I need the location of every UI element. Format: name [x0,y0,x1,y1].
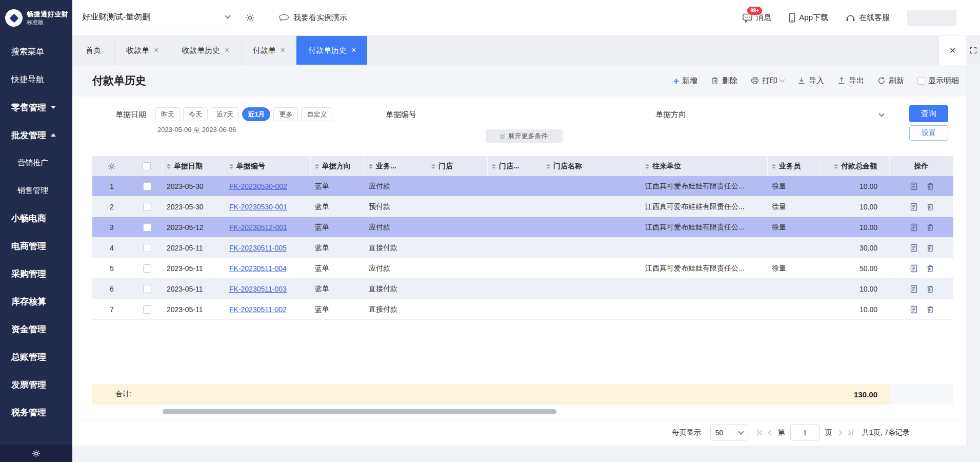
sort-icon[interactable] [492,164,496,169]
sidebar-settings-button[interactable] [0,445,72,462]
sort-icon[interactable] [369,164,373,169]
print-button[interactable]: 打印 [751,76,784,86]
quick-filter-1month[interactable]: 近1月 [242,107,270,121]
sidebar-item-marketing[interactable]: 营销推广 [0,149,72,177]
sidebar-item-retail[interactable]: 零售管理 [0,93,72,121]
doc-no-link[interactable]: FK-20230530-002 [229,182,287,190]
col-header-doc-no[interactable]: 单据编号 [225,156,311,176]
search-button[interactable]: 查询 [909,105,948,122]
delete-row-icon[interactable] [926,203,934,211]
column-settings-button[interactable] [92,156,131,176]
direction-select[interactable] [694,109,888,125]
col-header-date[interactable]: 单据日期 [163,156,225,176]
sort-icon[interactable] [431,164,436,169]
sort-icon[interactable] [645,164,650,169]
doc-no-link[interactable]: FK-20230511-005 [229,244,287,252]
sort-icon[interactable] [546,164,551,169]
settings-button[interactable]: 设置 [909,125,948,141]
company-selector[interactable]: 好业财测试-量勿删 [80,8,234,28]
doc-no-link[interactable]: FK-20230511-002 [229,305,287,314]
delete-row-icon[interactable] [926,244,934,252]
demo-link[interactable]: 我要看实例演示 [278,13,347,23]
checkbox-icon[interactable] [917,77,925,85]
import-button[interactable]: 导入 [797,76,824,86]
col-header-store-name[interactable]: 门店名称 [542,156,641,176]
table-row[interactable]: 4 2023-05-11 FK-20230511-005 蓝单 直接付款 30.… [92,238,953,258]
sidebar-item-quick-nav[interactable]: 快捷导航 [0,66,72,93]
next-page-button[interactable] [837,431,842,435]
sidebar-item-search-menu[interactable]: 搜索菜单 [0,38,72,66]
table-row[interactable]: 6 2023-05-11 FK-20230511-003 蓝单 直接付款 10.… [92,279,953,299]
delete-row-icon[interactable] [926,305,934,314]
per-page-select[interactable]: 50 [710,425,748,440]
tab-receipt-history[interactable]: 收款单历史× [170,36,241,65]
delete-row-icon[interactable] [926,264,934,273]
col-header-direction[interactable]: 单据方向 [311,156,365,176]
sidebar-item-purchase[interactable]: 采购管理 [0,260,72,287]
first-page-button[interactable] [757,430,764,436]
close-icon[interactable]: × [154,46,158,54]
horizontal-scrollbar-thumb[interactable] [163,409,556,414]
close-icon[interactable]: × [281,46,285,54]
view-detail-icon[interactable] [910,285,918,293]
sidebar-item-xiaochang-ecommerce[interactable]: 小畅电商 [0,204,72,232]
sidebar-item-ledger[interactable]: 总账管理 [0,343,72,371]
col-header-biz-type[interactable]: 业务... [365,156,427,176]
show-detail-toggle[interactable]: 显示明细 [917,76,959,86]
col-header-store2[interactable]: 门店... [488,156,542,176]
sidebar-item-inventory[interactable]: 库存核算 [0,287,72,315]
col-header-store[interactable]: 门店 [427,156,488,176]
view-detail-icon[interactable] [910,203,918,211]
row-checkbox[interactable] [143,244,151,252]
fullscreen-icon[interactable] [966,36,980,65]
app-download-button[interactable]: App下载 [789,13,828,23]
quick-filter-custom[interactable]: 自定义 [301,107,332,121]
row-checkbox[interactable] [143,264,151,273]
expand-more-conditions-button[interactable]: 展开更多条件 [486,129,563,143]
doc-no-link[interactable]: FK-20230530-001 [229,203,287,211]
topbar-settings-button[interactable] [245,13,255,23]
sidebar-item-tax[interactable]: 税务管理 [0,398,72,426]
col-header-amount[interactable]: 付款总金额 [819,156,890,176]
sort-icon[interactable] [315,164,319,169]
table-row[interactable]: 1 2023-05-30 FK-20230530-002 蓝单 应付款 江西真可… [92,176,953,197]
delete-row-icon[interactable] [926,223,934,232]
refresh-button[interactable]: 刷新 [877,76,904,86]
add-button[interactable]: +新增 [673,76,697,86]
sort-icon[interactable] [834,164,838,169]
doc-no-link[interactable]: FK-20230511-003 [229,285,287,293]
view-detail-icon[interactable] [910,305,918,314]
tab-payment[interactable]: 付款单× [241,36,296,65]
quick-filter-more[interactable]: 更多 [273,107,298,121]
row-checkbox[interactable] [143,223,151,232]
tab-home[interactable]: 首页 [72,36,114,65]
sidebar-item-invoice[interactable]: 发票管理 [0,371,72,398]
sidebar-item-sales-mgmt[interactable]: 销售管理 [0,177,72,204]
online-support-button[interactable]: 在线客服 [846,13,890,23]
view-detail-icon[interactable] [910,244,918,252]
view-detail-icon[interactable] [910,223,918,232]
last-page-button[interactable] [847,430,853,436]
col-header-partner[interactable]: 往来单位 [641,156,768,176]
table-row[interactable]: 5 2023-05-11 FK-20230511-004 蓝单 应付款 江西真可… [92,258,953,279]
doc-no-input[interactable] [425,109,628,125]
sort-icon[interactable] [772,164,776,169]
doc-no-link[interactable]: FK-20230512-001 [229,223,287,232]
row-checkbox[interactable] [143,182,151,190]
table-row[interactable]: 3 2023-05-12 FK-20230512-001 蓝单 应付款 江西真可… [92,217,953,238]
view-detail-icon[interactable] [910,182,918,190]
doc-no-link[interactable]: FK-20230511-004 [229,264,287,273]
tab-payment-history[interactable]: 付款单历史× [296,36,367,65]
view-detail-icon[interactable] [910,264,918,273]
page-number-input[interactable] [790,425,820,440]
row-checkbox[interactable] [143,285,151,293]
col-header-salesman[interactable]: 业务员 [768,156,819,176]
sidebar-item-funds[interactable]: 资金管理 [0,315,72,343]
select-all-checkbox[interactable] [143,162,151,170]
user-name-redacted[interactable] [907,10,956,26]
messages-button[interactable]: 消息 99+ [743,13,771,23]
quick-filter-7days[interactable]: 近7天 [211,107,239,121]
tab-receipt[interactable]: 收款单× [114,36,170,65]
delete-row-icon[interactable] [926,182,934,190]
sidebar-item-ecommerce[interactable]: 电商管理 [0,232,72,260]
